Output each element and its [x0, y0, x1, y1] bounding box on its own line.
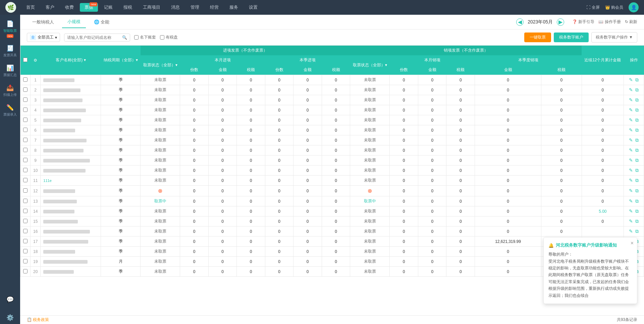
nav-message[interactable]: 消息 — [166, 3, 184, 12]
row-checkbox[interactable] — [23, 219, 28, 223]
edit-icon[interactable]: ✎ — [629, 229, 633, 234]
user-avatar[interactable]: 👤 — [629, 2, 639, 12]
row-checkbox[interactable] — [23, 199, 28, 203]
edit-icon[interactable]: ✎ — [629, 198, 633, 204]
edit-icon[interactable]: ✎ — [629, 147, 633, 153]
copy-icon[interactable]: ⧉ — [635, 218, 639, 224]
nav-invoice[interactable]: 票据 new — [80, 3, 98, 12]
copy-icon[interactable]: ⧉ — [635, 178, 639, 183]
tax-digital-button[interactable]: 税务数字账户 — [554, 33, 589, 42]
edit-icon[interactable]: ✎ — [629, 117, 633, 123]
nav-manage[interactable]: 管理 — [186, 3, 204, 12]
th-out-status[interactable]: 取票状态（全部）▾ — [350, 55, 390, 75]
copy-icon[interactable]: ⧉ — [635, 157, 639, 163]
sidebar-item-config[interactable]: ⚙️ — [1, 311, 19, 324]
copy-icon[interactable]: ⧉ — [635, 168, 639, 173]
copy-icon[interactable]: ⧉ — [635, 188, 639, 193]
period-prev[interactable]: ◀ — [516, 18, 524, 26]
edit-icon[interactable]: ✎ — [629, 157, 633, 163]
manual-button[interactable]: 📖 操作手册 — [598, 19, 621, 25]
tax-digital-op-button[interactable]: 税务数字账户操作 ▼ — [591, 32, 637, 43]
copy-icon[interactable]: ⧉ — [635, 127, 639, 133]
nav-service[interactable]: 服务 — [225, 3, 243, 12]
copy-icon[interactable]: ⧉ — [635, 87, 639, 92]
row-checkbox[interactable] — [23, 128, 28, 132]
search-input[interactable] — [67, 35, 121, 40]
customer-search[interactable]: 🔍 — [64, 34, 130, 42]
sidebar-item-scan[interactable]: 📤 扫描上传 — [1, 81, 19, 100]
member-button[interactable]: 👑 购会员 — [605, 5, 623, 10]
nav-home[interactable]: 首页 — [21, 3, 40, 12]
sidebar-item-smart-invoice[interactable]: 📄 智能取票 new — [1, 17, 19, 41]
tab-general[interactable]: 一般纳税人 — [27, 16, 59, 28]
notification-close[interactable]: × — [631, 240, 634, 246]
row-checkbox[interactable] — [23, 108, 28, 112]
nav-business[interactable]: 工商项目 — [138, 3, 165, 12]
tax-policy-link[interactable]: 📋 税务政策 — [27, 317, 49, 323]
select-all-checkbox[interactable] — [23, 58, 28, 62]
row-checkbox[interactable] — [23, 168, 28, 172]
copy-icon[interactable]: ⧉ — [635, 107, 639, 113]
edit-icon[interactable]: ✎ — [629, 97, 633, 103]
row-checkbox[interactable] — [23, 77, 28, 82]
edit-icon[interactable]: ✎ — [629, 77, 633, 82]
nav-customer[interactable]: 客户 — [41, 3, 59, 12]
sidebar-item-entry[interactable]: ✏️ 票据录入 — [1, 101, 19, 120]
nav-bookkeeping[interactable]: 记账 — [99, 3, 117, 12]
row-checkbox[interactable] — [23, 259, 28, 263]
copy-icon[interactable]: ⧉ — [635, 229, 639, 234]
edit-icon[interactable]: ✎ — [629, 107, 633, 113]
edit-icon[interactable]: ✎ — [629, 137, 633, 143]
one-click-button[interactable]: 一键取票 — [524, 33, 551, 42]
search-icon[interactable]: 🔍 — [122, 35, 127, 40]
taxdisk-checkbox[interactable]: 有税盘 — [160, 35, 178, 40]
edit-icon[interactable]: ✎ — [629, 87, 633, 92]
nav-tax[interactable]: 报税 — [119, 3, 137, 12]
tab-all[interactable]: 🌐 全能 — [89, 16, 115, 28]
nav-settings[interactable]: 设置 — [244, 3, 262, 12]
row-checkbox[interactable] — [23, 209, 28, 213]
edit-icon[interactable]: ✎ — [629, 178, 633, 183]
employee-filter[interactable]: 全 全部员工 ▾ — [27, 33, 60, 42]
row-checkbox[interactable] — [23, 118, 28, 122]
row-checkbox[interactable] — [23, 229, 28, 233]
row-checkbox[interactable] — [23, 148, 28, 152]
copy-icon[interactable]: ⧉ — [635, 198, 639, 204]
edit-icon[interactable]: ✎ — [629, 208, 633, 214]
th-in-status[interactable]: 取票状态（全部）▾ — [141, 55, 180, 75]
nav-operation[interactable]: 经营 — [205, 3, 223, 12]
taxdisk-check-input[interactable] — [160, 35, 164, 40]
row-checkbox[interactable] — [23, 98, 28, 102]
edit-icon[interactable]: ✎ — [629, 127, 633, 133]
accounts-check-input[interactable] — [134, 35, 139, 40]
accounts-checkbox[interactable]: 名下账套 — [134, 35, 156, 40]
copy-icon[interactable]: ⧉ — [635, 77, 639, 82]
refresh-button[interactable]: ↻ 刷新 — [625, 19, 637, 25]
copy-icon[interactable]: ⧉ — [635, 147, 639, 153]
row-checkbox[interactable] — [23, 188, 28, 193]
row-checkbox[interactable] — [23, 138, 28, 142]
nav-billing[interactable]: 收费 — [60, 3, 78, 12]
sidebar-item-chat[interactable]: 💬 — [1, 293, 19, 306]
guide-button[interactable]: ❓ 新手引导 — [572, 19, 594, 25]
copy-icon[interactable]: ⧉ — [635, 137, 639, 143]
th-tax-period[interactable]: 纳税周期（全部）▾ — [101, 46, 141, 75]
copy-icon[interactable]: ⧉ — [635, 97, 639, 103]
sidebar-item-summary[interactable]: 📊 票据汇总 — [1, 62, 19, 80]
row-checkbox[interactable] — [23, 158, 28, 162]
row-checkbox[interactable] — [23, 239, 28, 243]
row-checkbox[interactable] — [23, 249, 28, 253]
edit-icon[interactable]: ✎ — [629, 188, 633, 193]
tab-small-scale[interactable]: 小规模 — [62, 16, 86, 28]
sidebar-item-issue[interactable]: 🧾 发票开具 — [1, 42, 19, 60]
edit-icon[interactable]: ✎ — [629, 218, 633, 224]
row-checkbox[interactable] — [23, 178, 28, 182]
period-next[interactable]: ▶ — [557, 18, 564, 26]
copy-icon[interactable]: ⧉ — [635, 117, 639, 123]
fullscreen-button[interactable]: ⛶ 全屏 — [586, 5, 599, 10]
copy-icon[interactable]: ⧉ — [635, 208, 639, 214]
row-checkbox[interactable] — [23, 87, 28, 92]
edit-icon[interactable]: ✎ — [629, 168, 633, 173]
row-checkbox[interactable] — [23, 269, 28, 273]
th-customer-name[interactable]: 客户名称(全部) ▾ — [41, 46, 101, 75]
